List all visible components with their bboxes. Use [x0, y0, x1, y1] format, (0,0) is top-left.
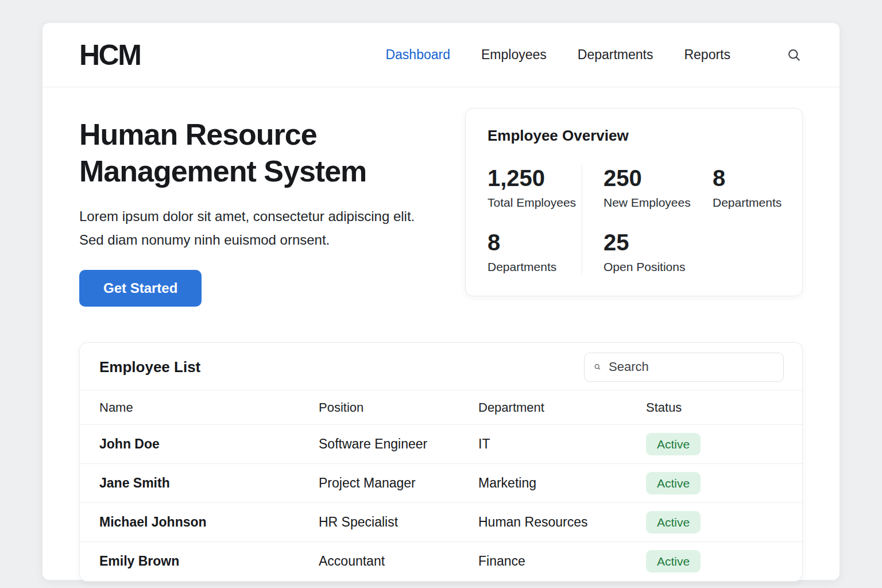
stat-value: 8 — [713, 165, 782, 191]
stat-label: Departments — [488, 260, 582, 274]
stat-new-employees: 250 New Employees — [604, 165, 713, 210]
table-row[interactable]: Michael Johnson HR Specialist Human Reso… — [80, 503, 802, 542]
employee-position: Project Manager — [319, 464, 478, 503]
stat-label: Total Employees — [488, 195, 582, 210]
app-logo: HCM — [79, 38, 140, 72]
nav-links: Dashboard Employees Departments Reports — [385, 47, 730, 63]
employee-position: Accountant — [319, 542, 478, 581]
stat-value: 250 — [604, 165, 713, 191]
table-row[interactable]: Emily Brown Accountant Finance Active — [80, 542, 802, 581]
search-icon — [594, 360, 601, 374]
page-title: Human Resource Management System — [79, 116, 447, 189]
nav-item-employees[interactable]: Employees — [481, 47, 547, 63]
nav-item-dashboard[interactable]: Dashboard — [385, 47, 450, 63]
status-badge: Active — [646, 433, 701, 455]
stats-column-2: 250 New Employees 25 Open Positions — [582, 165, 713, 274]
stats-column-3: 8 Departments — [713, 165, 782, 274]
employee-name: Jane Smith — [80, 464, 319, 503]
app-window: HCM Dashboard Employees Departments Repo… — [42, 23, 840, 580]
stats-column-1: 1,250 Total Employees 8 Departments — [488, 165, 582, 274]
employee-department: IT — [478, 425, 646, 464]
stat-value: 8 — [488, 230, 582, 255]
column-header-status: Status — [646, 390, 802, 425]
stat-value: 1,250 — [488, 165, 582, 191]
hero-section: Human Resource Management System Lorem i… — [79, 87, 458, 307]
stat-label: Departments — [713, 195, 782, 210]
employee-overview-card: Employee Overview 1,250 Total Employees … — [465, 108, 803, 296]
nav-item-reports[interactable]: Reports — [684, 47, 730, 63]
employee-position: Software Engineer — [319, 425, 478, 464]
column-header-name: Name — [80, 390, 319, 425]
stat-departments-a: 8 Departments — [488, 230, 582, 274]
stat-open-positions: 25 Open Positions — [604, 230, 713, 274]
stat-label: New Employees — [604, 195, 713, 210]
table-header-row: Name Position Department Status — [80, 390, 802, 425]
column-header-position: Position — [319, 390, 478, 425]
column-header-department: Department — [478, 390, 646, 425]
employee-table: Name Position Department Status John Doe… — [80, 390, 802, 581]
employee-name: Emily Brown — [80, 542, 319, 581]
employee-search-box[interactable] — [584, 353, 784, 382]
employee-name: John Doe — [80, 425, 319, 464]
top-nav: HCM Dashboard Employees Departments Repo… — [42, 23, 840, 87]
status-badge: Active — [646, 511, 701, 533]
stat-label: Open Positions — [604, 260, 713, 274]
stat-total-employees: 1,250 Total Employees — [488, 165, 582, 210]
employee-search-input[interactable] — [609, 359, 774, 374]
employee-position: HR Specialist — [319, 503, 478, 542]
main-content: Human Resource Management System Lorem i… — [42, 87, 840, 582]
get-started-button[interactable]: Get Started — [79, 270, 202, 307]
employee-list-card: Employee List Name Position Department — [79, 342, 803, 582]
employee-name: Michael Johnson — [80, 503, 319, 542]
stat-departments-b: 8 Departments — [713, 165, 782, 210]
status-badge: Active — [646, 472, 701, 494]
overview-title: Employee Overview — [488, 127, 780, 145]
employee-list-header: Employee List — [80, 343, 802, 390]
employee-list-title: Employee List — [99, 358, 200, 376]
table-row[interactable]: Jane Smith Project Manager Marketing Act… — [80, 464, 802, 503]
page-subtitle: Lorem ipsum dolor sit amet, consectetur … — [79, 204, 435, 252]
overview-stats-grid: 1,250 Total Employees 8 Departments 250 … — [488, 165, 780, 274]
employee-department: Human Resources — [478, 503, 646, 542]
employee-department: Finance — [478, 542, 646, 581]
nav-search-icon[interactable] — [786, 47, 803, 64]
stat-value: 25 — [604, 230, 713, 255]
status-badge: Active — [646, 550, 701, 572]
table-row[interactable]: John Doe Software Engineer IT Active — [80, 425, 802, 464]
nav-item-departments[interactable]: Departments — [578, 47, 653, 63]
employee-department: Marketing — [478, 464, 646, 503]
